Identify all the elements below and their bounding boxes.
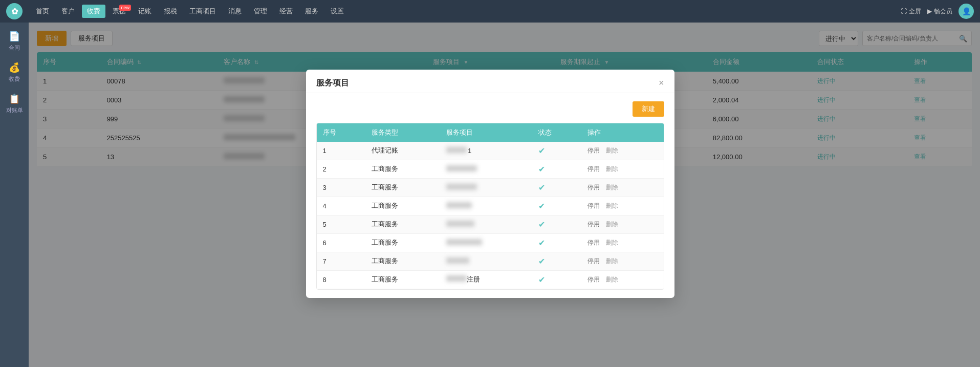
modal-close-button[interactable]: × <box>659 78 664 89</box>
delete-button-4[interactable]: 删除 <box>606 202 618 209</box>
nav-item-manage[interactable]: 管理 <box>249 5 272 18</box>
delete-button-2[interactable]: 删除 <box>606 165 618 172</box>
modal-cell-type: 工商服务 <box>365 215 440 233</box>
modal-cell-action: 停用 删除 <box>581 270 663 289</box>
modal-cell-action: 停用 删除 <box>581 197 663 215</box>
modal-cell-item <box>440 233 532 252</box>
modal-cell-status: ✔ <box>532 178 581 197</box>
modal-table-container: 序号 服务类型 服务项目 状态 操作 1 代理记账 1 ✔ <box>316 123 664 290</box>
modal-table-row: 7 工商服务 ✔ 停用 删除 <box>317 252 664 270</box>
stop-button-4[interactable]: 停用 <box>587 202 600 209</box>
nav-item-bookkeeping[interactable]: 记账 <box>133 5 157 18</box>
stop-button-2[interactable]: 停用 <box>587 165 600 172</box>
modal-cell-action: 停用 删除 <box>581 160 663 178</box>
service-modal: 服务项目 × 新建 序号 服务类型 服务项目 状态 操作 <box>306 70 674 298</box>
modal-table-row: 2 工商服务 ✔ 停用 删除 <box>317 160 664 178</box>
modal-cell-action: 停用 删除 <box>581 233 663 252</box>
modal-cell-status: ✔ <box>532 270 581 289</box>
modal-cell-status: ✔ <box>532 252 581 270</box>
modal-th-status: 状态 <box>532 123 581 142</box>
modal-cell-item <box>440 178 532 197</box>
modal-table-row: 5 工商服务 ✔ 停用 删除 <box>317 215 664 233</box>
logo: ✿ <box>6 3 23 19</box>
modal-th-item: 服务项目 <box>440 123 532 142</box>
modal-cell-action: 停用 删除 <box>581 142 663 160</box>
modal-cell-item: 1 <box>440 142 532 160</box>
delete-button-5[interactable]: 删除 <box>606 221 618 228</box>
modal-cell-status: ✔ <box>532 215 581 233</box>
modal-cell-type: 工商服务 <box>365 178 440 197</box>
modal-cell-seq: 5 <box>317 215 366 233</box>
stop-button-7[interactable]: 停用 <box>587 257 600 265</box>
delete-button-7[interactable]: 删除 <box>606 257 618 265</box>
contract-icon: 📄 <box>9 31 20 42</box>
nav-item-invoice[interactable]: 票据 new <box>107 5 131 18</box>
modal-cell-type: 工商服务 <box>365 270 440 289</box>
nav-item-fee[interactable]: 收费 <box>82 5 105 18</box>
sidebar-item-contract[interactable]: 📄 合同 <box>2 27 27 56</box>
nav-item-msg[interactable]: 消息 <box>223 5 247 18</box>
member-btn[interactable]: ▶ 畅会员 <box>927 7 952 16</box>
sidebar-item-reconciliation[interactable]: 📋 对账单 <box>2 89 27 118</box>
modal-cell-seq: 4 <box>317 197 366 215</box>
modal-title: 服务项目 <box>316 78 349 89</box>
modal-cell-seq: 7 <box>317 252 366 270</box>
modal-th-seq: 序号 <box>317 123 366 142</box>
delete-button-8[interactable]: 删除 <box>606 276 618 283</box>
modal-cell-seq: 6 <box>317 233 366 252</box>
delete-button-1[interactable]: 删除 <box>606 147 618 154</box>
nav-items: 首页 客户 收费 票据 new 记账 报税 工商项目 消息 管理 经营 服务 设… <box>31 5 901 18</box>
modal-body: 新建 序号 服务类型 服务项目 状态 操作 <box>306 93 674 298</box>
modal-cell-seq: 1 <box>317 142 366 160</box>
stop-button-5[interactable]: 停用 <box>587 221 600 228</box>
delete-button-6[interactable]: 删除 <box>606 239 618 246</box>
modal-table-row: 8 工商服务 注册 ✔ 停用 删除 <box>317 270 664 289</box>
modal-service-table: 序号 服务类型 服务项目 状态 操作 1 代理记账 1 ✔ <box>317 123 664 289</box>
fee-icon: 💰 <box>9 62 20 73</box>
sidebar-item-fee[interactable]: 💰 收费 <box>2 58 27 87</box>
modal-header-row: 序号 服务类型 服务项目 状态 操作 <box>317 123 664 142</box>
modal-cell-status: ✔ <box>532 197 581 215</box>
avatar[interactable]: 👤 <box>959 4 974 19</box>
nav-item-service[interactable]: 服务 <box>300 5 323 18</box>
delete-button-3[interactable]: 删除 <box>606 184 618 191</box>
modal-cell-type: 代理记账 <box>365 142 440 160</box>
modal-new-button[interactable]: 新建 <box>633 101 664 117</box>
modal-table-wrap: 序号 服务类型 服务项目 状态 操作 1 代理记账 1 ✔ <box>316 123 664 290</box>
nav-item-home[interactable]: 首页 <box>31 5 54 18</box>
modal-cell-item <box>440 160 532 178</box>
nav-item-settings[interactable]: 设置 <box>325 5 349 18</box>
modal-th-type: 服务类型 <box>365 123 440 142</box>
fullscreen-btn[interactable]: ⛶ 全屏 <box>901 7 921 16</box>
reconciliation-icon: 📋 <box>9 93 20 104</box>
nav-item-tax[interactable]: 报税 <box>159 5 182 18</box>
modal-cell-status: ✔ <box>532 142 581 160</box>
nav-item-client[interactable]: 客户 <box>56 5 80 18</box>
modal-table-row: 6 工商服务 ✔ 停用 删除 <box>317 233 664 252</box>
modal-cell-type: 工商服务 <box>365 233 440 252</box>
modal-cell-status: ✔ <box>532 160 581 178</box>
modal-table-row: 1 代理记账 1 ✔ 停用 删除 <box>317 142 664 160</box>
modal-th-action: 操作 <box>581 123 663 142</box>
modal-cell-seq: 2 <box>317 160 366 178</box>
nav-right: ⛶ 全屏 ▶ 畅会员 👤 <box>901 4 974 19</box>
stop-button-8[interactable]: 停用 <box>587 276 600 283</box>
modal-cell-type: 工商服务 <box>365 197 440 215</box>
modal-cell-type: 工商服务 <box>365 160 440 178</box>
modal-table-row: 4 工商服务 ✔ 停用 删除 <box>317 197 664 215</box>
modal-cell-action: 停用 删除 <box>581 252 663 270</box>
modal-cell-item <box>440 197 532 215</box>
stop-button-6[interactable]: 停用 <box>587 239 600 246</box>
modal-toolbar: 新建 <box>316 101 664 117</box>
nav-item-operation[interactable]: 经营 <box>274 5 298 18</box>
stop-button-3[interactable]: 停用 <box>587 184 600 191</box>
top-nav: ✿ 首页 客户 收费 票据 new 记账 报税 工商项目 消息 管理 经营 服务… <box>0 0 980 23</box>
sidebar: 📄 合同 💰 收费 📋 对账单 <box>0 23 29 367</box>
modal-table-row: 3 工商服务 ✔ 停用 删除 <box>317 178 664 197</box>
modal-cell-action: 停用 删除 <box>581 215 663 233</box>
modal-cell-status: ✔ <box>532 233 581 252</box>
modal-cell-item: 注册 <box>440 270 532 289</box>
new-badge: new <box>119 5 131 11</box>
nav-item-business[interactable]: 工商项目 <box>184 5 221 18</box>
stop-button-1[interactable]: 停用 <box>587 147 600 154</box>
